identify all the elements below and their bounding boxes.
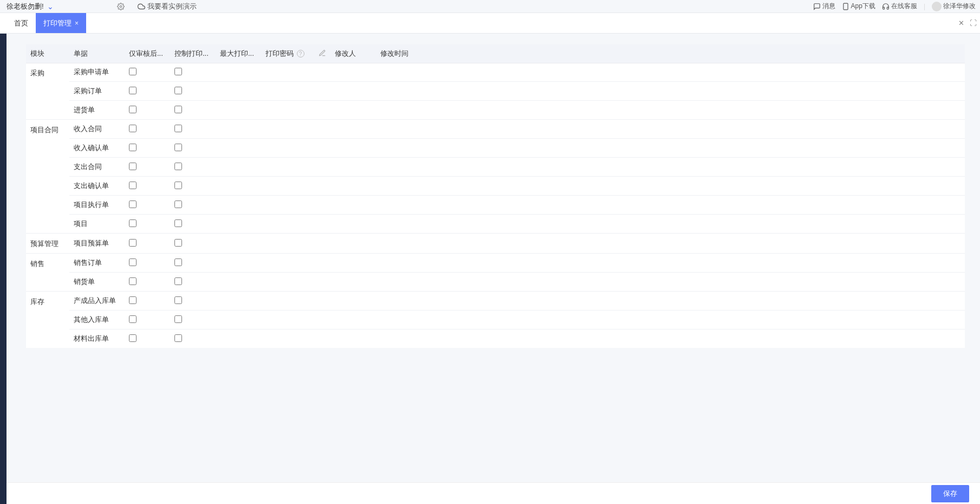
- app-download-link[interactable]: App下载: [842, 2, 875, 11]
- tab-print-management[interactable]: 打印管理 ×: [36, 13, 86, 33]
- close-icon[interactable]: ×: [75, 20, 79, 27]
- cloud-icon: [138, 3, 145, 10]
- app-download-label: App下载: [851, 2, 875, 11]
- phone-icon: [842, 3, 849, 10]
- svg-point-0: [120, 6, 122, 8]
- online-service-label: 在线客服: [891, 2, 917, 11]
- gear-icon[interactable]: [117, 2, 125, 11]
- messages-label: 消息: [822, 2, 835, 11]
- tab-home-label: 首页: [14, 18, 28, 28]
- online-service-link[interactable]: 在线客服: [882, 2, 917, 11]
- user-menu[interactable]: 徐泽华修改: [932, 2, 976, 11]
- username-label: 徐泽华修改: [943, 2, 976, 11]
- org-name-label: 徐老板勿删!: [7, 2, 44, 11]
- demo-link[interactable]: 我要看实例演示: [138, 2, 197, 11]
- tabs-bar: 首页 打印管理 × ✕ ⛶: [0, 13, 980, 34]
- message-icon: [813, 3, 821, 10]
- fullscreen-icon[interactable]: ⛶: [970, 19, 977, 27]
- headset-icon: [882, 3, 890, 10]
- org-selector[interactable]: 徐老板勿删! ⌄: [4, 2, 113, 11]
- demo-label: 我要看实例演示: [147, 2, 197, 11]
- separator: |: [924, 3, 925, 10]
- avatar-icon: [932, 2, 942, 11]
- close-all-icon[interactable]: ✕: [958, 19, 964, 27]
- tabs-right-controls: ✕ ⛶: [958, 13, 977, 33]
- top-header: 徐老板勿删! ⌄ 我要看实例演示 消息 App下载 在线客服 | 徐泽华修改: [0, 0, 980, 13]
- chevron-down-icon: ⌄: [47, 2, 54, 11]
- top-right-menu: 消息 App下载 在线客服 | 徐泽华修改: [813, 0, 976, 12]
- tab-home[interactable]: 首页: [7, 13, 36, 33]
- tab-print-label: 打印管理: [43, 18, 72, 28]
- messages-link[interactable]: 消息: [813, 2, 835, 11]
- svg-rect-1: [843, 3, 847, 10]
